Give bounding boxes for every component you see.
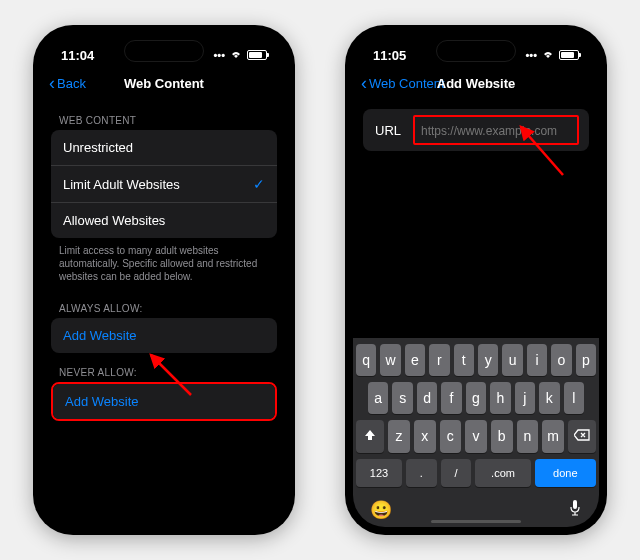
keyboard-bottom: 😀 xyxy=(356,493,596,523)
emoji-icon[interactable]: 😀 xyxy=(370,499,392,521)
page-title: Web Content xyxy=(124,76,204,91)
status-icons: ••• xyxy=(525,49,579,61)
key-x[interactable]: x xyxy=(414,420,436,453)
option-label: Limit Adult Websites xyxy=(63,177,180,192)
phone-right: 11:05 ••• ‹ Web Content Add Website URL xyxy=(345,25,607,535)
back-label: Web Content xyxy=(369,76,445,91)
key-s[interactable]: s xyxy=(392,382,412,414)
chevron-left-icon: ‹ xyxy=(49,74,55,92)
key-o[interactable]: o xyxy=(551,344,571,376)
key-n[interactable]: n xyxy=(517,420,539,453)
key-dotcom[interactable]: .com xyxy=(475,459,530,487)
key-t[interactable]: t xyxy=(454,344,474,376)
key-w[interactable]: w xyxy=(380,344,400,376)
nav-bar: ‹ Web Content Add Website xyxy=(353,69,599,101)
key-l[interactable]: l xyxy=(564,382,584,414)
url-row: URL xyxy=(363,109,589,151)
key-y[interactable]: y xyxy=(478,344,498,376)
signal-icon: ••• xyxy=(213,49,225,61)
keyboard-row-4: 123 . / .com done xyxy=(356,459,596,487)
notch xyxy=(124,40,204,62)
back-button[interactable]: ‹ Web Content xyxy=(361,74,445,92)
key-v[interactable]: v xyxy=(465,420,487,453)
key-c[interactable]: c xyxy=(440,420,462,453)
highlight-annotation: Add Website xyxy=(51,382,277,421)
key-dot[interactable]: . xyxy=(406,459,437,487)
key-b[interactable]: b xyxy=(491,420,513,453)
wifi-icon xyxy=(229,49,243,61)
section-footer: Limit access to many adult websites auto… xyxy=(51,238,277,289)
signal-icon: ••• xyxy=(525,49,537,61)
key-j[interactable]: j xyxy=(515,382,535,414)
screen-right: 11:05 ••• ‹ Web Content Add Website URL xyxy=(353,33,599,527)
key-z[interactable]: z xyxy=(388,420,410,453)
section-header-never-allow: NEVER ALLOW: xyxy=(51,353,277,382)
keyboard-row-1: q w e r t y u i o p xyxy=(356,344,596,376)
svg-rect-2 xyxy=(573,500,577,509)
key-e[interactable]: e xyxy=(405,344,425,376)
nav-bar: ‹ Back Web Content xyxy=(41,69,287,101)
add-website-allow-button[interactable]: Add Website xyxy=(51,318,277,353)
back-label: Back xyxy=(57,76,86,91)
web-content-options: Unrestricted Limit Adult Websites ✓ Allo… xyxy=(51,130,277,238)
key-p[interactable]: p xyxy=(576,344,596,376)
key-m[interactable]: m xyxy=(542,420,564,453)
notch xyxy=(436,40,516,62)
key-backspace[interactable] xyxy=(568,420,596,453)
checkmark-icon: ✓ xyxy=(253,176,265,192)
content: URL xyxy=(353,109,599,151)
key-numbers[interactable]: 123 xyxy=(356,459,402,487)
keyboard-row-3: z x c v b n m xyxy=(356,420,596,453)
url-input[interactable] xyxy=(421,124,571,138)
battery-icon xyxy=(559,50,579,60)
wifi-icon xyxy=(541,49,555,61)
url-label: URL xyxy=(375,123,401,138)
key-h[interactable]: h xyxy=(490,382,510,414)
key-shift[interactable] xyxy=(356,420,384,453)
chevron-left-icon: ‹ xyxy=(361,74,367,92)
key-done[interactable]: done xyxy=(535,459,596,487)
keyboard: q w e r t y u i o p a s d f g h j k l xyxy=(353,338,599,527)
key-r[interactable]: r xyxy=(429,344,449,376)
back-button[interactable]: ‹ Back xyxy=(49,74,86,92)
status-time: 11:05 xyxy=(373,48,406,63)
section-header-always-allow: ALWAYS ALLOW: xyxy=(51,289,277,318)
status-time: 11:04 xyxy=(61,48,94,63)
key-u[interactable]: u xyxy=(502,344,522,376)
option-label: Unrestricted xyxy=(63,140,133,155)
key-d[interactable]: d xyxy=(417,382,437,414)
key-q[interactable]: q xyxy=(356,344,376,376)
page-title: Add Website xyxy=(437,76,516,91)
section-header-web-content: WEB CONTENT xyxy=(51,101,277,130)
key-f[interactable]: f xyxy=(441,382,461,414)
mic-icon[interactable] xyxy=(568,499,582,521)
key-k[interactable]: k xyxy=(539,382,559,414)
option-allowed-websites[interactable]: Allowed Websites xyxy=(51,203,277,238)
option-label: Allowed Websites xyxy=(63,213,165,228)
option-unrestricted[interactable]: Unrestricted xyxy=(51,130,277,166)
screen-left: 11:04 ••• ‹ Back Web Content WEB CONTENT… xyxy=(41,33,287,527)
key-slash[interactable]: / xyxy=(441,459,472,487)
home-indicator xyxy=(431,520,521,523)
key-a[interactable]: a xyxy=(368,382,388,414)
key-g[interactable]: g xyxy=(466,382,486,414)
battery-icon xyxy=(247,50,267,60)
highlight-annotation xyxy=(413,115,579,145)
add-website-never-button[interactable]: Add Website xyxy=(53,384,275,419)
key-i[interactable]: i xyxy=(527,344,547,376)
content: WEB CONTENT Unrestricted Limit Adult Web… xyxy=(41,101,287,421)
option-limit-adult[interactable]: Limit Adult Websites ✓ xyxy=(51,166,277,203)
phone-left: 11:04 ••• ‹ Back Web Content WEB CONTENT… xyxy=(33,25,295,535)
status-icons: ••• xyxy=(213,49,267,61)
keyboard-row-2: a s d f g h j k l xyxy=(356,382,596,414)
